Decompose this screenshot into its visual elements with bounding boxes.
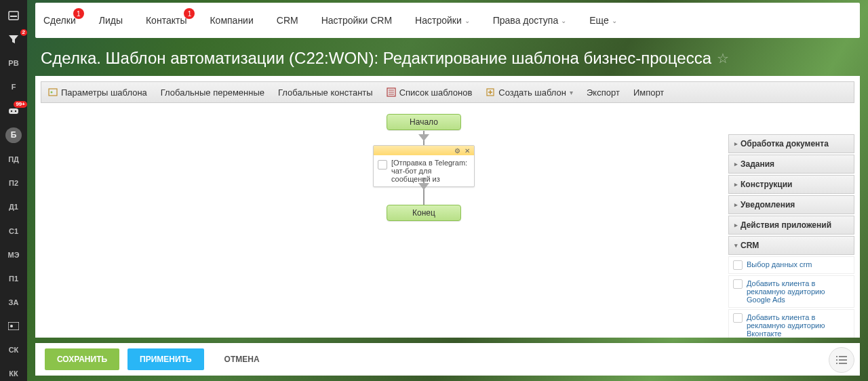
sidebar-box-icon[interactable] (5, 8, 22, 22)
sidebar-bot-icon[interactable]: 99+ (5, 104, 22, 118)
nav-companies[interactable]: Компании (210, 15, 253, 26)
gear-icon[interactable]: ⚙ (454, 147, 460, 155)
tb-import[interactable]: Импорт (633, 87, 664, 98)
ritem-label: Добавить клиента в рекламную аудиторию В… (747, 313, 850, 338)
ritem-google-ads[interactable]: Добавить клиента в рекламную аудиторию G… (728, 275, 854, 308)
nav-access[interactable]: Права доступа ⌄ (493, 15, 566, 26)
ritem-vk[interactable]: Добавить клиента в рекламную аудиторию В… (728, 309, 854, 338)
tb-create-template[interactable]: Создать шаблон ▾ (486, 87, 573, 98)
svg-rect-1 (10, 16, 17, 17)
nav-deals[interactable]: Сделки 1 (43, 15, 76, 26)
rgroup-label: Обработка документа (741, 139, 829, 148)
svg-point-6 (10, 325, 13, 327)
sidebar-item-za[interactable]: ЗА (5, 295, 22, 309)
rgroup-appactions[interactable]: ▸Действия приложений (728, 216, 854, 235)
nav-label: Еще (589, 15, 609, 26)
chevron-down-icon: ▾ (734, 242, 738, 249)
item-icon (733, 279, 743, 289)
rgroup-constructs[interactable]: ▸Конструкции (728, 175, 854, 194)
chevron-right-icon: ▸ (734, 161, 738, 167)
svg-point-3 (11, 111, 12, 112)
sidebar-item-f[interactable]: F (5, 79, 22, 94)
rgroup-label: Уведомления (741, 200, 795, 209)
sidebar-item-ck[interactable]: СК (5, 343, 22, 357)
chevron-down-icon: ▾ (570, 89, 573, 96)
item-icon (733, 313, 743, 323)
nav-contacts[interactable]: Контакты 1 (146, 15, 186, 26)
nav-crm[interactable]: CRM (277, 15, 298, 26)
list-icon (836, 356, 847, 364)
rgroup-label: Конструкции (741, 180, 792, 189)
chevron-down-icon: ⌄ (612, 17, 617, 24)
chevron-right-icon: ▸ (734, 181, 738, 188)
sidebar-item-rv[interactable]: РВ (5, 56, 22, 70)
sidebar-item-d1[interactable]: Д1 (5, 200, 22, 214)
chevron-down-icon: ⌄ (561, 17, 566, 24)
svg-rect-2 (9, 108, 18, 114)
chevron-right-icon: ▸ (734, 201, 738, 208)
sidebar-item-p1[interactable]: П1 (5, 271, 22, 285)
tb-template-list[interactable]: Список шаблонов (387, 87, 473, 98)
create-icon (486, 87, 495, 97)
apply-button[interactable]: ПРИМЕНИТЬ (127, 348, 204, 370)
nav-badge: 1 (184, 8, 195, 19)
right-panel: ▸Обработка документа ▸Задания ▸Конструкц… (728, 134, 854, 338)
nav-label: Контакты (146, 15, 186, 26)
ritem-crm-select[interactable]: Выбор данных crm (728, 256, 854, 274)
activity-header: ⚙ ✕ (374, 146, 474, 155)
page-title: Сделка. Шаблон автоматизации (C22:WON): … (41, 49, 854, 68)
rgroup-label: Действия приложений (741, 220, 831, 230)
nav-leads[interactable]: Лиды (99, 15, 123, 26)
flow-end-node[interactable]: Конец (387, 205, 461, 221)
sidebar-item-pd[interactable]: ПД (5, 153, 22, 167)
page-title-text: Сделка. Шаблон автоматизации (C22:WON): … (41, 49, 711, 68)
editor-toolbar: Параметры шаблона Глобальные переменные … (41, 81, 854, 103)
save-button[interactable]: СОХРАНИТЬ (45, 348, 119, 370)
sidebar-badge: 99+ (14, 101, 27, 108)
rgroup-notify[interactable]: ▸Уведомления (728, 195, 854, 214)
top-nav: Сделки 1 Лиды Контакты 1 Компании CRM На… (35, 3, 860, 38)
sidebar-item-kk[interactable]: КК (5, 367, 22, 381)
params-icon (48, 87, 58, 97)
flow-start-node[interactable]: Начало (387, 114, 461, 130)
list-fab-button[interactable] (829, 347, 854, 373)
flow-arrow-icon (418, 183, 429, 190)
close-icon[interactable]: ✕ (465, 147, 470, 155)
nav-settings[interactable]: Настройки ⌄ (415, 15, 470, 26)
work-area: Параметры шаблона Глобальные переменные … (35, 76, 860, 338)
main-area: Сделки 1 Лиды Контакты 1 Компании CRM На… (27, 0, 868, 381)
rgroup-doc[interactable]: ▸Обработка документа (728, 134, 854, 153)
tb-global-vars[interactable]: Глобальные переменные (161, 87, 264, 98)
flow-arrow-icon (418, 134, 429, 141)
cancel-button[interactable]: ОТМЕНА (212, 348, 272, 370)
sidebar-filter-icon[interactable]: 2 (5, 32, 22, 46)
tb-label: Параметры шаблона (61, 87, 147, 98)
star-icon[interactable]: ☆ (717, 50, 729, 66)
flow-canvas[interactable]: Начало ⚙ ✕ [Отправка в Telegram: чат-бот… (35, 103, 860, 338)
tb-label: Список шаблонов (399, 87, 473, 98)
sidebar-badge: 2 (20, 29, 27, 36)
activity-icon (378, 160, 387, 169)
rgroup-crm[interactable]: ▾CRM (728, 236, 854, 255)
tb-label: Создать шаблон (498, 87, 566, 98)
item-icon (733, 260, 743, 270)
sidebar-card-icon[interactable] (5, 319, 22, 334)
nav-label: Настройки (415, 15, 462, 26)
svg-point-8 (51, 92, 53, 94)
nav-more[interactable]: Еще ⌄ (589, 15, 617, 26)
rgroup-label: Задания (741, 159, 774, 169)
tb-global-const[interactable]: Глобальные константы (278, 87, 373, 98)
svg-rect-5 (8, 322, 19, 330)
rgroup-tasks[interactable]: ▸Задания (728, 155, 854, 174)
sidebar-item-p2[interactable]: П2 (5, 176, 22, 190)
nav-crm-settings[interactable]: Настройки CRM (321, 15, 392, 26)
rgroup-label: CRM (741, 241, 759, 250)
list-icon (387, 87, 396, 97)
nav-label: Права доступа (493, 15, 558, 26)
tb-params[interactable]: Параметры шаблона (48, 87, 147, 98)
sidebar-item-c1[interactable]: С1 (5, 224, 22, 238)
sidebar-item-me[interactable]: МЭ (5, 247, 22, 262)
nav-label: Сделки (43, 15, 76, 26)
sidebar-item-b[interactable]: Б (5, 127, 22, 143)
tb-export[interactable]: Экспорт (587, 87, 620, 98)
